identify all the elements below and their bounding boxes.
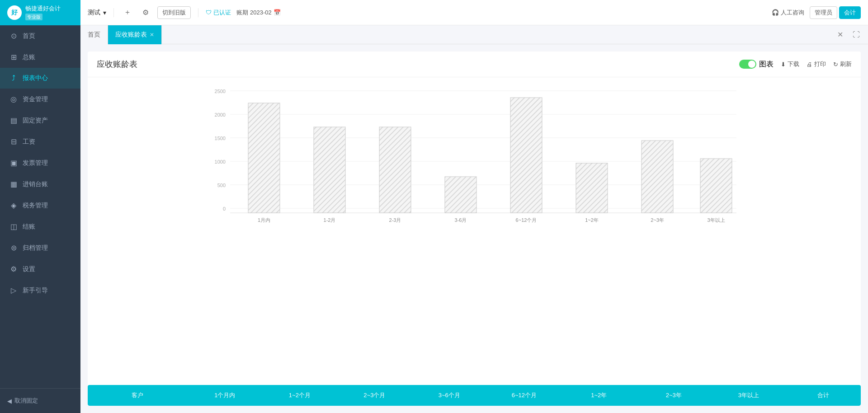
svg-text:0: 0 (223, 206, 226, 211)
settings-btn[interactable]: ⚙ (139, 6, 152, 19)
chart-toggle-label: 图表 (759, 60, 774, 69)
tab-close-icon[interactable]: ✕ (150, 32, 154, 38)
cancel-fixed-btn[interactable]: ◀ 取消固定 (7, 394, 73, 408)
stock-icon: ▦ (9, 180, 18, 188)
svg-text:3-6月: 3-6月 (455, 217, 467, 223)
guide-icon: ▷ (9, 286, 18, 295)
col-2-3month: 2~3个月 (337, 385, 412, 406)
sidebar-nav: ⊙ 首页 ⊞ 总账 ⤴ 报表中心 ◎ 资金管理 ▤ 固定资产 ⊟ 工资 ▣ 发票… (0, 25, 80, 388)
close-panel-btn[interactable]: ✕ (834, 28, 846, 41)
switch-old-btn[interactable]: 切到旧版 (157, 6, 191, 19)
closing-icon: ◫ (9, 222, 18, 231)
svg-text:2~3年: 2~3年 (651, 217, 664, 223)
col-3plus-year: 3年以上 (711, 385, 786, 406)
tab-aging[interactable]: 应收账龄表 ✕ (108, 25, 162, 44)
sidebar-item-ledger[interactable]: ⊞ 总账 (0, 47, 80, 68)
bar-2-3年 (642, 141, 673, 213)
sidebar-item-archive[interactable]: ⊜ 归档管理 (0, 237, 80, 258)
sidebar-item-tax[interactable]: ◈ 税务管理 (0, 195, 80, 216)
sidebar-logo: 好 畅捷通好会计 专业版 (0, 0, 80, 25)
bar-3年以上 (700, 159, 732, 213)
manager-btn[interactable]: 管理员 (810, 6, 837, 19)
company-name: 测试 (88, 9, 100, 17)
svg-text:2-3月: 2-3月 (389, 217, 401, 223)
sidebar-item-guide[interactable]: ▷ 新手引导 (0, 280, 80, 301)
col-6-12month: 6~12个月 (487, 385, 561, 406)
bar-6-12月 (510, 98, 542, 213)
svg-text:1-2月: 1-2月 (324, 217, 336, 223)
invoice-icon: ▣ (9, 159, 18, 167)
home-icon: ⊙ (9, 32, 18, 40)
svg-text:1000: 1000 (215, 159, 226, 164)
tab-aging-label: 应收账龄表 (115, 31, 147, 39)
col-3-6month: 3~6个月 (412, 385, 486, 406)
chart-toggle[interactable] (739, 60, 756, 69)
sidebar-bottom: ◀ 取消固定 (0, 388, 80, 413)
report-icon: ⤴ (9, 74, 18, 82)
calendar-icon[interactable]: 📅 (274, 9, 281, 16)
asset-icon: ▤ (9, 116, 18, 125)
col-1-2month: 1~2个月 (262, 385, 337, 406)
print-icon: 🖨 (807, 61, 812, 68)
company-selector[interactable]: 测试 ▾ (88, 9, 106, 17)
sidebar-item-fund[interactable]: ◎ 资金管理 (0, 89, 80, 110)
period-info: 账期 2023-02 📅 (236, 9, 281, 17)
pin-icon: ◀ (7, 398, 12, 404)
fund-icon: ◎ (9, 95, 18, 103)
table-section: 客户 1个月内 1~2个月 2~3个月 3~6个月 6~12个月 1~2年 2~… (88, 385, 861, 406)
col-customer: 客户 (88, 385, 188, 406)
shield-icon: 🛡 (206, 9, 212, 16)
user-buttons: 管理员 会计 (810, 6, 861, 19)
print-btn[interactable]: 🖨 打印 (807, 60, 826, 68)
tabbar-controls: ✕ ⛶ (834, 28, 868, 41)
verified-badge: 🛡 已认证 (206, 9, 231, 17)
sidebar-item-settings[interactable]: ⚙ 设置 (0, 258, 80, 280)
bar-2-3月 (379, 127, 411, 213)
topbar-right: 🎧 人工咨询 管理员 会计 (772, 6, 861, 19)
download-icon: ⬇ (781, 61, 786, 68)
bar-chart-svg: 0 500 1000 1500 2000 2500 1 (106, 86, 843, 240)
sidebar-item-report[interactable]: ⤴ 报表中心 (0, 68, 80, 89)
svg-text:1月内: 1月内 (258, 217, 270, 223)
svg-text:1500: 1500 (215, 136, 226, 141)
bar-3-6月 (445, 177, 476, 213)
topbar-divider-2 (198, 8, 198, 17)
table-header: 客户 1个月内 1~2个月 2~3个月 3~6个月 6~12个月 1~2年 2~… (88, 385, 861, 406)
archive-icon: ⊜ (9, 244, 18, 252)
payroll-icon: ⊟ (9, 137, 18, 146)
svg-text:2500: 2500 (215, 89, 226, 94)
report-actions: 图表 ⬇ 下载 🖨 打印 ↻ 刷新 (739, 60, 852, 69)
sidebar-item-stock[interactable]: ▦ 进销台账 (0, 174, 80, 195)
sidebar-item-asset[interactable]: ▤ 固定资产 (0, 110, 80, 131)
col-2-3year: 2~3年 (637, 385, 711, 406)
download-btn[interactable]: ⬇ 下载 (781, 60, 799, 68)
svg-text:1~2年: 1~2年 (585, 217, 599, 223)
expand-btn[interactable]: ⛶ (850, 28, 863, 41)
main-content: 测试 ▾ ＋ ⚙ 切到旧版 🛡 已认证 账期 2023-02 📅 🎧 人工咨询 … (80, 0, 868, 413)
chart-toggle-wrap: 图表 (739, 60, 774, 69)
topbar-divider-1 (113, 8, 114, 17)
role-btn[interactable]: 会计 (839, 6, 861, 19)
svg-text:500: 500 (217, 183, 226, 188)
tab-home[interactable]: 首页 (80, 25, 108, 44)
report-header: 应收账龄表 图表 ⬇ 下载 🖨 打印 ↻ (88, 52, 861, 77)
sidebar-item-closing[interactable]: ◫ 结账 (0, 216, 80, 237)
service-btn[interactable]: 🎧 人工咨询 (772, 9, 804, 17)
col-1month: 1个月内 (188, 385, 262, 406)
app-name-text: 畅捷通好会计 专业版 (25, 5, 61, 21)
report-title: 应收账龄表 (97, 59, 137, 70)
add-company-btn[interactable]: ＋ (121, 6, 134, 19)
tab-home-label: 首页 (88, 31, 100, 39)
sidebar-item-invoice[interactable]: ▣ 发票管理 (0, 152, 80, 174)
refresh-btn[interactable]: ↻ 刷新 (833, 60, 852, 68)
col-1-2year: 1~2年 (561, 385, 636, 406)
sidebar-item-home[interactable]: ⊙ 首页 (0, 25, 80, 47)
ledger-icon: ⊞ (9, 53, 18, 61)
svg-text:3年以上: 3年以上 (707, 217, 725, 223)
svg-text:2000: 2000 (215, 112, 226, 117)
sidebar: 好 畅捷通好会计 专业版 ⊙ 首页 ⊞ 总账 ⤴ 报表中心 ◎ 资金管理 ▤ 固… (0, 0, 80, 413)
content-area: 应收账龄表 图表 ⬇ 下载 🖨 打印 ↻ (80, 44, 868, 413)
sidebar-item-payroll[interactable]: ⊟ 工资 (0, 131, 80, 152)
app-logo-icon: 好 (7, 5, 22, 20)
topbar: 测试 ▾ ＋ ⚙ 切到旧版 🛡 已认证 账期 2023-02 📅 🎧 人工咨询 … (80, 0, 868, 25)
